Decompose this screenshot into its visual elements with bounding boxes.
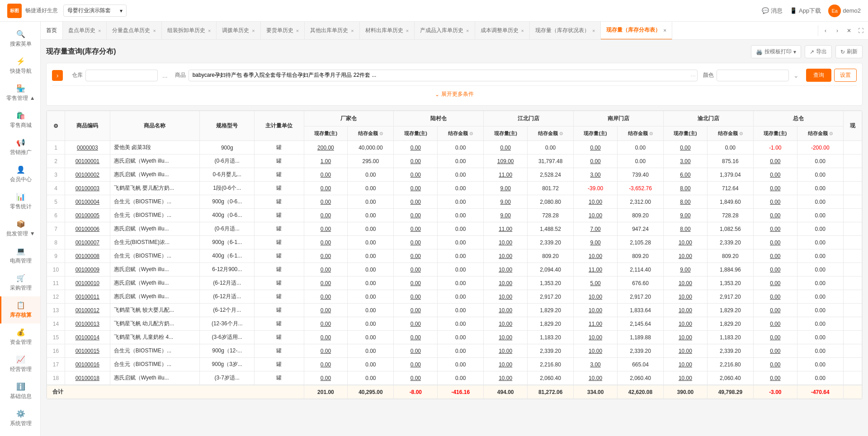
row-jiangbei-qty[interactable]: 11.00 — [484, 168, 528, 182]
row-changfen-qty[interactable]: 0.00 — [304, 182, 348, 195]
row-jiangbei-qty[interactable]: 10.00 — [484, 317, 528, 331]
row-total-qty[interactable]: 0.00 — [753, 222, 797, 236]
sidebar-item-marketing[interactable]: 📢 营销推广 — [0, 134, 40, 161]
sidebar-item-system[interactable]: ⚙️ 系统管理 — [0, 405, 40, 432]
row-jiangbei-qty[interactable]: 9.00 — [484, 209, 528, 222]
sidebar-item-retail[interactable]: 🏪 零售管理 ▲ — [0, 80, 40, 107]
row-yubei-qty[interactable]: 10.00 — [664, 317, 708, 331]
row-lucun-qty[interactable]: 0.00 — [394, 195, 438, 209]
row-nanan-qty[interactable]: 11.00 — [574, 263, 618, 277]
sidebar-item-inventory[interactable]: 📋 库存核算 — [0, 296, 40, 323]
row-nanan-qty[interactable]: 5.00 — [574, 277, 618, 290]
row-lucun-qty[interactable]: 0.00 — [394, 290, 438, 304]
row-total-qty[interactable]: 0.00 — [753, 182, 797, 195]
sidebar-item-wholesale[interactable]: 📦 批发管理 ▼ — [0, 215, 40, 242]
row-jiangbei-qty[interactable]: 10.00 — [484, 236, 528, 249]
print-btn[interactable]: 🖨️ 按模板打印 ▾ — [751, 45, 801, 58]
row-nanan-qty[interactable]: 11.00 — [574, 317, 618, 331]
th-gear[interactable]: ⚙ — [47, 111, 65, 141]
row-yubei-qty[interactable]: 10.00 — [664, 331, 708, 344]
row-nanan-qty[interactable]: 3.00 — [574, 168, 618, 182]
tab-product-in[interactable]: 产成品入库单历史 × — [415, 22, 475, 40]
row-changfen-qty[interactable]: 0.00 — [304, 371, 348, 385]
search-btn[interactable]: 查询 — [806, 69, 831, 82]
tab-close-icon[interactable]: × — [208, 28, 211, 33]
row-nanan-qty[interactable]: 0.00 — [574, 155, 618, 168]
tab-cost-adjust[interactable]: 成本调整单历史 × — [475, 22, 530, 40]
tab-close-icon[interactable]: × — [592, 28, 595, 33]
row-nanan-qty[interactable]: 9.00 — [574, 236, 618, 249]
row-nanan-qty[interactable]: 10.00 — [574, 209, 618, 222]
row-lucun-qty[interactable]: 0.00 — [394, 263, 438, 277]
row-code[interactable]: 00100011 — [65, 290, 110, 304]
row-yubei-qty[interactable]: 6.00 — [664, 168, 708, 182]
row-total-qty[interactable]: 0.00 — [753, 331, 797, 344]
row-lucun-qty[interactable]: 0.00 — [394, 141, 438, 155]
row-yubei-qty[interactable]: 3.00 — [664, 155, 708, 168]
row-changfen-qty[interactable]: 0.00 — [304, 209, 348, 222]
sidebar-item-purchase[interactable]: 🛒 采购管理 — [0, 269, 40, 296]
color-select-btn[interactable]: ⌄ — [792, 71, 801, 80]
row-jiangbei-qty[interactable]: 10.00 — [484, 344, 528, 358]
row-nanan-qty[interactable]: 0.00 — [574, 141, 618, 155]
export-btn[interactable]: ↗ 导出 — [805, 45, 832, 58]
row-code[interactable]: 00100014 — [65, 331, 110, 344]
tab-assemble[interactable]: 组装拆卸单历史 × — [162, 22, 217, 40]
row-nanan-qty[interactable]: -39.00 — [574, 182, 618, 195]
row-lucun-qty[interactable]: 0.00 — [394, 358, 438, 371]
row-code[interactable]: 00100005 — [65, 209, 110, 222]
row-total-qty[interactable]: 0.00 — [753, 249, 797, 263]
row-lucun-qty[interactable]: 0.00 — [394, 182, 438, 195]
row-code[interactable]: 00100001 — [65, 155, 110, 168]
tab-close-icon[interactable]: × — [98, 28, 101, 33]
row-yubei-qty[interactable]: 10.00 — [664, 344, 708, 358]
row-jiangbei-qty[interactable]: 9.00 — [484, 195, 528, 209]
sidebar-item-shortcuts[interactable]: ⚡ 快捷导航 — [0, 52, 40, 80]
row-nanan-qty[interactable]: 10.00 — [574, 195, 618, 209]
row-total-qty[interactable]: 0.00 — [753, 263, 797, 277]
row-lucun-qty[interactable]: 0.00 — [394, 209, 438, 222]
tabs-prev-btn[interactable]: ‹ — [820, 25, 831, 36]
row-total-qty[interactable]: 0.00 — [753, 236, 797, 249]
row-lucun-qty[interactable]: 0.00 — [394, 317, 438, 331]
sidebar-item-basic-info[interactable]: ℹ️ 基础信息 — [0, 378, 40, 405]
row-total-qty[interactable]: 0.00 — [753, 317, 797, 331]
row-code[interactable]: 00100016 — [65, 358, 110, 371]
row-changfen-qty[interactable]: 0.00 — [304, 344, 348, 358]
row-code[interactable]: 00100012 — [65, 304, 110, 317]
tab-stock-dist[interactable]: 现存量（库存分布表） × — [601, 22, 672, 40]
row-lucun-qty[interactable]: 0.00 — [394, 304, 438, 317]
product-input[interactable] — [189, 70, 698, 81]
row-nanan-qty[interactable]: 10.00 — [574, 249, 618, 263]
tab-close-icon[interactable]: × — [252, 28, 255, 33]
row-total-qty[interactable]: -1.00 — [753, 141, 797, 155]
row-lucun-qty[interactable]: 0.00 — [394, 249, 438, 263]
tab-purchase-order[interactable]: 要货单历史 × — [261, 22, 305, 40]
row-jiangbei-qty[interactable]: 10.00 — [484, 371, 528, 385]
row-changfen-qty[interactable]: 0.00 — [304, 222, 348, 236]
tab-close-icon[interactable]: × — [296, 28, 299, 33]
row-changfen-qty[interactable]: 0.00 — [304, 249, 348, 263]
row-total-qty[interactable]: 0.00 — [753, 344, 797, 358]
row-jiangbei-qty[interactable]: 10.00 — [484, 304, 528, 317]
sidebar-item-finance[interactable]: 💰 资金管理 — [0, 323, 40, 351]
tab-transfer[interactable]: 调拨单历史 × — [217, 22, 260, 40]
row-code[interactable]: 00100007 — [65, 236, 110, 249]
row-total-qty[interactable]: 0.00 — [753, 290, 797, 304]
row-code[interactable]: 00100015 — [65, 344, 110, 358]
row-lucun-qty[interactable]: 0.00 — [394, 222, 438, 236]
row-total-qty[interactable]: 0.00 — [753, 358, 797, 371]
row-yubei-qty[interactable]: 8.00 — [664, 195, 708, 209]
warehouse-input[interactable] — [85, 70, 158, 81]
row-yubei-qty[interactable]: 10.00 — [664, 277, 708, 290]
tab-close-icon[interactable]: × — [663, 28, 666, 33]
setting-btn[interactable]: 设置 — [834, 69, 857, 82]
row-code[interactable]: 00100006 — [65, 222, 110, 236]
sidebar-item-retail-stats[interactable]: 📊 零售统计 — [0, 188, 40, 215]
row-jiangbei-qty[interactable]: 10.00 — [484, 290, 528, 304]
row-total-qty[interactable]: 0.00 — [753, 304, 797, 317]
message-btn[interactable]: 💬 消息 — [762, 7, 783, 15]
tab-partial-count[interactable]: 分量盘点单历史 × — [107, 22, 161, 40]
tab-close-icon[interactable]: × — [351, 28, 354, 33]
row-changfen-qty[interactable]: 200.00 — [304, 141, 348, 155]
